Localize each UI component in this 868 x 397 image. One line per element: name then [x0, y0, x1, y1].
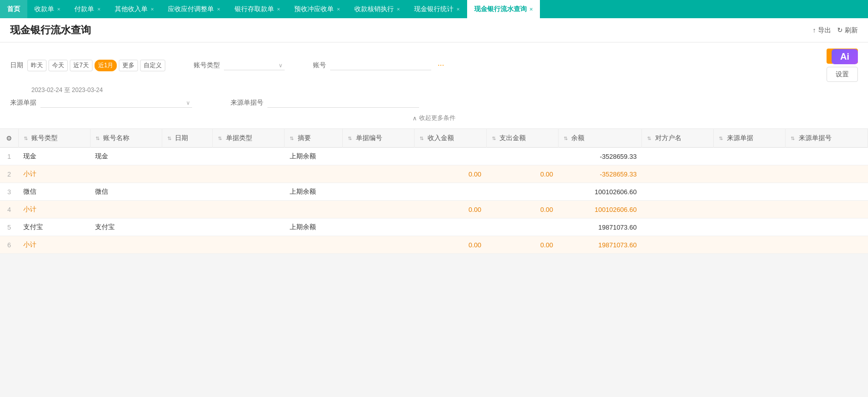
table-body: 1现金现金上期余额-3528659.332小计0.000.00-3528659.…	[0, 148, 868, 254]
sort-icon[interactable]: ⇅	[492, 136, 496, 141]
cell-doc_no	[343, 148, 415, 165]
sort-icon[interactable]: ⇅	[24, 136, 28, 141]
nav-tab-xianjinyinhangstats[interactable]: 现金银行统计 ×	[407, 0, 467, 18]
cell-account_type: 支付宝	[18, 218, 90, 236]
close-icon[interactable]: ×	[57, 6, 60, 12]
nav-tab-yinhangcunqu[interactable]: 银行存取款单 ×	[227, 0, 287, 18]
row-number: 4	[0, 201, 18, 218]
cell-summary	[285, 165, 343, 183]
sort-icon[interactable]: ⇅	[719, 136, 723, 141]
nav-tab-shoukuanhexiao[interactable]: 收款核销执行 ×	[347, 0, 407, 18]
cell-source_doc	[713, 148, 785, 165]
cell-source_doc_no	[786, 218, 868, 236]
date-btn-custom[interactable]: 自定义	[140, 60, 165, 71]
source-doc-no-filter-group: 来源单据号	[231, 98, 419, 108]
date-btn-1month[interactable]: 近1月	[95, 60, 117, 71]
date-btn-7days[interactable]: 近7天	[70, 60, 93, 71]
page-title: 现金银行流水查询	[10, 23, 91, 37]
table-col-account-type: ⇅ 账号类型	[18, 129, 90, 148]
cell-doc_type	[212, 183, 284, 201]
account-type-select[interactable]	[224, 60, 285, 70]
filter-area: 日期 昨天 今天 近7天 近1月 更多 自定义 账号类型 账号 ···	[0, 42, 868, 129]
close-icon[interactable]: ×	[397, 6, 400, 12]
cell-counterparty	[642, 148, 713, 165]
cell-doc_type	[212, 148, 284, 165]
account-dots-button[interactable]: ···	[437, 61, 444, 70]
cell-account_type: 微信	[18, 183, 90, 201]
sort-icon[interactable]: ⇅	[564, 136, 568, 141]
table-row: 6小计0.000.0019871073.60	[0, 236, 868, 254]
account-input[interactable]	[330, 60, 431, 70]
close-icon[interactable]: ×	[337, 6, 340, 12]
sort-icon[interactable]: ⇅	[348, 136, 352, 141]
cell-counterparty	[642, 236, 713, 254]
cell-source_doc_no	[786, 148, 868, 165]
account-type-select-wrapper	[224, 60, 285, 70]
date-btn-yesterday[interactable]: 昨天	[27, 60, 47, 71]
cell-account_name	[90, 165, 162, 183]
cell-balance: -3528659.33	[558, 165, 642, 183]
date-buttons: 昨天 今天 近7天 近1月 更多 自定义	[27, 60, 165, 71]
table-col-doc-no: ⇅ 单据编号	[343, 129, 415, 148]
date-btn-today[interactable]: 今天	[49, 60, 68, 71]
nav-tab-yushouzhong[interactable]: 预收冲应收单 ×	[287, 0, 347, 18]
refresh-icon: ↻	[837, 26, 843, 34]
cell-income: 0.00	[415, 165, 486, 183]
cell-source_doc	[713, 236, 785, 254]
cell-expense: 0.00	[486, 201, 558, 218]
nav-tab-qitashouru[interactable]: 其他收入单 ×	[108, 0, 161, 18]
cell-source_doc	[713, 218, 785, 236]
cell-expense: 0.00	[486, 165, 558, 183]
ai-badge[interactable]: Ai	[832, 49, 858, 64]
close-icon[interactable]: ×	[530, 6, 533, 12]
sort-icon[interactable]: ⇅	[791, 136, 795, 141]
cell-income: 0.00	[415, 236, 486, 254]
close-icon[interactable]: ×	[151, 6, 154, 12]
account-label: 账号	[313, 61, 326, 70]
table-col-balance: ⇅ 余额	[558, 129, 642, 148]
date-btn-more[interactable]: 更多	[119, 60, 138, 71]
gear-icon[interactable]: ⚙	[6, 135, 12, 142]
cell-date	[162, 148, 212, 165]
cell-source_doc	[713, 165, 785, 183]
nav-tab-yingshouyingfu[interactable]: 应收应付调整单 ×	[161, 0, 227, 18]
sort-icon[interactable]: ⇅	[647, 136, 651, 141]
collapse-bar[interactable]: ∧ 收起更多条件	[10, 112, 858, 124]
sort-icon[interactable]: ⇅	[167, 136, 171, 141]
settings-button[interactable]: 设置	[827, 67, 858, 82]
close-icon[interactable]: ×	[456, 6, 460, 12]
sort-icon[interactable]: ⇅	[96, 136, 100, 141]
source-doc-label: 来源单据	[10, 98, 36, 107]
table-col-counterparty: ⇅ 对方户名	[642, 129, 713, 148]
table-col-summary: ⇅ 摘要	[285, 129, 343, 148]
row-number: 2	[0, 165, 18, 183]
sort-icon[interactable]: ⇅	[290, 136, 294, 141]
cell-account_name	[90, 201, 162, 218]
nav-tab-shoukuandan[interactable]: 收款单 ×	[27, 0, 67, 18]
close-icon[interactable]: ×	[97, 6, 100, 12]
source-doc-select[interactable]	[40, 98, 192, 108]
nav-tab-fukuandan[interactable]: 付款单 ×	[67, 0, 107, 18]
table-header-row: ⚙ ⇅ 账号类型 ⇅ 账号名称 ⇅ 日期 ⇅ 单据类型	[0, 129, 868, 148]
page-header: 现金银行流水查询 ↑ 导出 ↻ 刷新	[0, 18, 868, 42]
nav-tab-liushui[interactable]: 现金银行流水查询 ×	[467, 0, 540, 18]
cell-account_name: 现金	[90, 148, 162, 165]
close-icon[interactable]: ×	[217, 6, 220, 12]
source-doc-no-input[interactable]	[267, 98, 419, 108]
sort-icon[interactable]: ⇅	[218, 136, 222, 141]
close-icon[interactable]: ×	[277, 6, 280, 12]
cell-summary	[285, 201, 343, 218]
sort-icon[interactable]: ⇅	[420, 136, 424, 141]
date-range-text: 2023-02-24 至 2023-03-24	[31, 86, 103, 94]
cell-date	[162, 183, 212, 201]
nav-home[interactable]: 首页	[0, 0, 27, 18]
cell-doc_no	[343, 218, 415, 236]
cell-date	[162, 165, 212, 183]
export-button[interactable]: ↑ 导出	[813, 26, 832, 35]
cell-source_doc	[713, 201, 785, 218]
refresh-button[interactable]: ↻ 刷新	[837, 26, 858, 35]
cell-doc_no	[343, 201, 415, 218]
table-col-gear: ⚙	[0, 129, 18, 148]
cell-expense: 0.00	[486, 236, 558, 254]
cell-income	[415, 218, 486, 236]
